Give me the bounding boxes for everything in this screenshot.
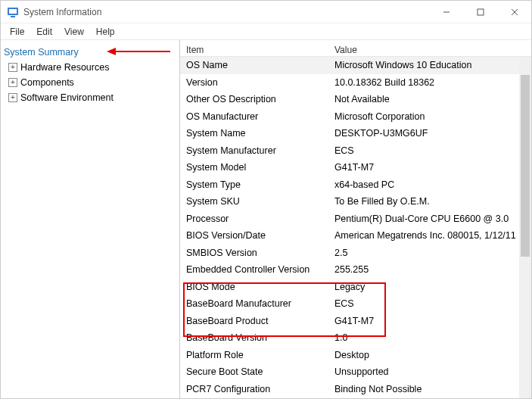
plus-icon[interactable]: + — [8, 78, 17, 87]
table-row[interactable]: BIOS ModeLegacy — [180, 279, 531, 296]
cell-value: To Be Filled By O.E.M. — [331, 196, 531, 207]
tree-label: Software Environment — [20, 92, 114, 103]
cell-item: System Manufacturer — [180, 145, 331, 156]
tree-label: Components — [20, 77, 74, 88]
cell-item: PCR7 Configuration — [180, 384, 331, 394]
table-row[interactable]: System Typex64-based PC — [180, 176, 531, 194]
cell-value: 1.0 — [331, 332, 531, 343]
column-header-value[interactable]: Value — [331, 45, 531, 55]
plus-icon[interactable]: + — [8, 93, 17, 102]
table-row[interactable]: Version10.0.18362 Build 18362 — [180, 74, 531, 92]
cell-value: ECS — [331, 145, 531, 156]
cell-item: OS Manufacturer — [180, 111, 331, 122]
cell-item: BIOS Mode — [180, 282, 331, 292]
tree-label: System Summary — [4, 47, 79, 58]
tree-pane: System Summary + Hardware Resources + Co… — [1, 40, 180, 398]
cell-item: OS Name — [180, 60, 331, 70]
menubar: File Edit View Help — [1, 23, 531, 40]
scrollbar-track[interactable] — [519, 57, 531, 398]
titlebar: System Information — [1, 1, 531, 23]
cell-item: BaseBoard Product — [180, 316, 331, 326]
cell-value: Not Available — [331, 94, 531, 104]
cell-value: DESKTOP-U3MG6UF — [331, 128, 531, 139]
table-row[interactable]: System ManufacturerECS — [180, 142, 531, 160]
cell-value: Binding Not Possible — [331, 384, 531, 394]
table-row[interactable]: System NameDESKTOP-U3MG6UF — [180, 125, 531, 142]
cell-value: Pentium(R) Dual-Core CPU E6600 @ 3.0 — [331, 214, 531, 224]
table-row[interactable]: Other OS DescriptionNot Available — [180, 91, 531, 108]
table-row[interactable]: BIOS Version/DateAmerican Megatrends Inc… — [180, 227, 531, 245]
tree-item-software-environment[interactable]: + Software Environment — [1, 90, 179, 105]
cell-item: System Model — [180, 162, 331, 173]
table-row[interactable]: BaseBoard ManufacturerECS — [180, 295, 531, 313]
cell-item: System SKU — [180, 196, 331, 207]
cell-value: 255.255 — [331, 264, 531, 275]
table-row[interactable]: Secure Boot StateUnsupported — [180, 363, 531, 381]
tree-label: Hardware Resources — [20, 62, 109, 73]
cell-item: Secure Boot State — [180, 366, 331, 377]
rows-container: OS NameMicrosoft Windows 10 EducationVer… — [180, 57, 531, 398]
cell-item: System Name — [180, 128, 331, 139]
cell-value: G41T-M7 — [331, 316, 531, 326]
cell-value: Microsoft Windows 10 Education — [331, 60, 531, 70]
menu-view[interactable]: View — [58, 25, 90, 39]
cell-value: Legacy — [331, 282, 531, 292]
close-button[interactable] — [497, 1, 531, 23]
table-row[interactable]: OS NameMicrosoft Windows 10 Education — [180, 57, 531, 74]
cell-item: Platform Role — [180, 350, 331, 360]
cell-value: Microsoft Corporation — [331, 111, 531, 122]
menu-file[interactable]: File — [4, 25, 30, 39]
scrollbar-thumb[interactable] — [521, 75, 530, 257]
column-header-item[interactable]: Item — [180, 45, 331, 55]
maximize-button[interactable] — [463, 1, 497, 23]
svg-rect-4 — [478, 9, 484, 15]
table-row[interactable]: System ModelG41T-M7 — [180, 159, 531, 176]
cell-item: Processor — [180, 214, 331, 224]
cell-value: ECS — [331, 298, 531, 309]
cell-item: System Type — [180, 179, 331, 190]
table-row[interactable]: Platform RoleDesktop — [180, 347, 531, 364]
cell-item: BIOS Version/Date — [180, 230, 331, 241]
menu-edit[interactable]: Edit — [30, 25, 58, 39]
cell-item: Other OS Description — [180, 94, 331, 104]
cell-item: Embedded Controller Version — [180, 264, 331, 275]
cell-value: G41T-M7 — [331, 162, 531, 173]
minimize-button[interactable] — [429, 1, 463, 23]
cell-value: Desktop — [331, 350, 531, 360]
cell-value: 2.5 — [331, 248, 531, 258]
tree-item-components[interactable]: + Components — [1, 75, 179, 90]
cell-value: 10.0.18362 Build 18362 — [331, 77, 531, 88]
table-row[interactable]: PCR7 ConfigurationBinding Not Possible — [180, 381, 531, 398]
table-row[interactable]: Windows DirectoryC:\WINDOWS — [180, 397, 531, 398]
cell-value: Unsupported — [331, 366, 531, 377]
plus-icon[interactable]: + — [8, 63, 17, 72]
app-icon — [7, 6, 19, 18]
cell-item: BaseBoard Version — [180, 332, 331, 343]
table-row[interactable]: ProcessorPentium(R) Dual-Core CPU E6600 … — [180, 210, 531, 228]
cell-value: American Megatrends Inc. 080015, 1/12/11 — [331, 230, 531, 241]
table-row[interactable]: BaseBoard ProductG41T-M7 — [180, 313, 531, 330]
detail-pane: Item Value OS NameMicrosoft Windows 10 E… — [180, 40, 531, 398]
window-title: System Information — [23, 7, 101, 17]
table-row[interactable]: System SKUTo Be Filled By O.E.M. — [180, 193, 531, 210]
detail-header: Item Value — [180, 40, 531, 57]
cell-item: SMBIOS Version — [180, 248, 331, 258]
cell-value: x64-based PC — [331, 179, 531, 190]
table-row[interactable]: SMBIOS Version2.5 — [180, 245, 531, 262]
svg-rect-2 — [11, 16, 15, 17]
cell-item: BaseBoard Manufacturer — [180, 298, 331, 309]
menu-help[interactable]: Help — [90, 25, 121, 39]
content-area: System Summary + Hardware Resources + Co… — [1, 40, 531, 398]
tree-item-hardware-resources[interactable]: + Hardware Resources — [1, 60, 179, 75]
table-row[interactable]: BaseBoard Version1.0 — [180, 329, 531, 347]
table-row[interactable]: Embedded Controller Version255.255 — [180, 261, 531, 279]
table-row[interactable]: OS ManufacturerMicrosoft Corporation — [180, 108, 531, 126]
svg-rect-1 — [9, 9, 17, 14]
cell-item: Version — [180, 77, 331, 88]
tree-item-system-summary[interactable]: System Summary — [1, 45, 179, 60]
